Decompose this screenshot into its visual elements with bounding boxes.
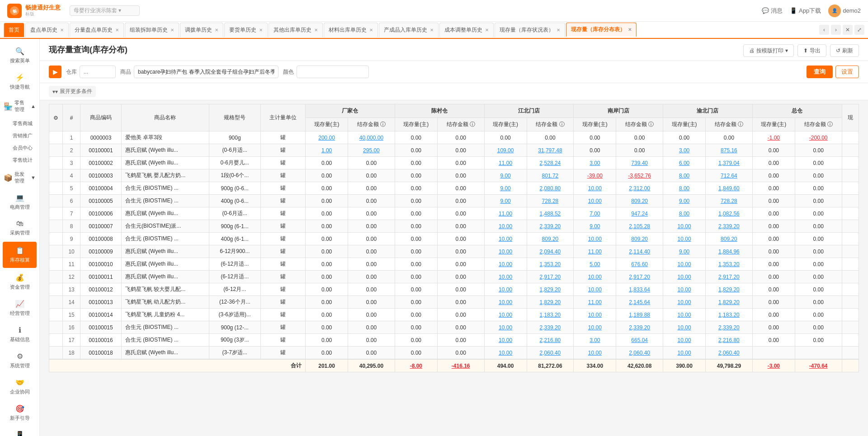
table-cell[interactable]: 10.00	[574, 283, 616, 296]
table-cell[interactable]: 惠氏启赋 (Wyeth illu...	[121, 157, 209, 169]
table-cell[interactable]: 2,917.20	[527, 271, 574, 283]
table-cell[interactable]: 惠氏启赋 (Wyeth illu...	[121, 258, 209, 271]
table-cell[interactable]: 2,060.40	[527, 347, 574, 360]
table-cell[interactable]: 飞鹤星飞帆 婴儿配方奶...	[121, 169, 209, 182]
table-cell[interactable]: 2,339.20	[527, 220, 574, 233]
table-cell[interactable]: 900g (6-1...	[209, 220, 260, 233]
app-download-btn[interactable]: 📱 App下载	[790, 7, 821, 15]
table-cell[interactable]: -1.00	[752, 131, 795, 144]
tab-order[interactable]: 要货单历史 ✕	[224, 23, 268, 37]
sidebar-item-basics[interactable]: ℹ 基础信息	[0, 321, 39, 347]
table-cell[interactable]: 2,114.40	[616, 245, 663, 258]
sidebar-item-wholesale[interactable]: 📦 批发管理 ▼	[0, 166, 39, 189]
table-cell[interactable]: 10.00	[484, 283, 527, 296]
user-avatar[interactable]: 👤 demo2	[828, 5, 861, 17]
table-cell[interactable]: 7.00	[574, 207, 616, 220]
query-btn[interactable]: 查询	[807, 66, 833, 78]
table-cell[interactable]: 665.04	[616, 334, 663, 347]
table-cell[interactable]: 10.00	[663, 233, 706, 245]
tab-home[interactable]: 首页	[4, 23, 24, 37]
table-cell[interactable]: 罐	[260, 169, 305, 182]
sidebar-item-retail[interactable]: 🏪 零售管理 ▲	[0, 95, 39, 117]
table-cell[interactable]: 合生元 (BIOSTIME) ...	[121, 182, 209, 195]
table-cell[interactable]: 10.00	[663, 283, 706, 296]
table-cell[interactable]: 罐	[260, 347, 305, 360]
table-cell[interactable]: 罐	[260, 334, 305, 347]
table-cell[interactable]: -3,652.76	[616, 169, 663, 182]
table-cell[interactable]: 5.00	[574, 258, 616, 271]
table-cell[interactable]: 惠氏启赋 (Wyeth illu...	[121, 245, 209, 258]
expand-more-btn[interactable]: ▾▾ 展开更多条件	[49, 86, 96, 97]
table-cell[interactable]: 10.00	[574, 271, 616, 283]
table-cell[interactable]: 2,216.80	[706, 334, 753, 347]
table-cell[interactable]: 947.24	[616, 207, 663, 220]
table-cell[interactable]: 676.60	[616, 258, 663, 271]
sidebar-item-retail-shop[interactable]: 零售商城	[5, 117, 39, 130]
table-cell[interactable]: 11.00	[484, 157, 527, 169]
color-input[interactable]	[297, 66, 369, 78]
table-cell[interactable]: 10.00	[663, 220, 706, 233]
close-icon[interactable]: ✕	[170, 28, 174, 33]
table-cell[interactable]: 10.00	[484, 321, 527, 334]
table-cell[interactable]: 10.00	[663, 309, 706, 321]
table-cell[interactable]: 2,339.20	[706, 321, 753, 334]
table-cell[interactable]: 10.00	[574, 233, 616, 245]
print-btn[interactable]: 🖨 按模版打印 ▾	[743, 44, 794, 57]
table-cell[interactable]: 10.00	[484, 233, 527, 245]
table-cell[interactable]: 2,145.64	[616, 296, 663, 309]
tab-stock-status[interactable]: 现存量（库存状况表） ✕	[495, 23, 565, 37]
table-cell[interactable]: 爱他美 卓萃3段	[121, 131, 209, 144]
table-cell[interactable]: 罐	[260, 283, 305, 296]
table-cell[interactable]: 900g	[209, 131, 260, 144]
table-cell[interactable]: 900g (12-...	[209, 321, 260, 334]
table-cell[interactable]: 6.00	[663, 157, 706, 169]
tab-split-inventory[interactable]: 分量盘点单历史 ✕	[70, 23, 124, 37]
table-cell[interactable]: 10.00	[484, 296, 527, 309]
table-cell[interactable]: 1,829.20	[706, 283, 753, 296]
sidebar-item-finance[interactable]: 💰 资金管理	[0, 269, 39, 295]
table-cell[interactable]: 4	[63, 169, 80, 182]
close-icon[interactable]: ✕	[628, 27, 632, 32]
sidebar-item-marketing[interactable]: 营销推广	[5, 130, 39, 142]
table-cell[interactable]: 00100002	[80, 157, 122, 169]
tab-cost-adjust[interactable]: 成本调整单历史 ✕	[439, 23, 494, 37]
tab-inventory-history[interactable]: 盘点单历史 ✕	[25, 23, 69, 37]
table-cell[interactable]: 7	[63, 207, 80, 220]
table-cell[interactable]: 1段(0-6个...	[209, 169, 260, 182]
table-cell[interactable]: 惠氏启赋 (Wyeth illu...	[121, 207, 209, 220]
table-cell[interactable]: 2,339.20	[527, 321, 574, 334]
table-cell[interactable]: 1.00	[306, 144, 348, 157]
table-cell[interactable]: 2,339.20	[616, 321, 663, 334]
table-cell[interactable]: 00100008	[80, 233, 122, 245]
table-cell[interactable]: (3-6岁适用)...	[209, 309, 260, 321]
table-cell[interactable]: 2,060.40	[616, 347, 663, 360]
table-cell[interactable]: 295.00	[348, 144, 395, 157]
table-cell[interactable]: 罐	[260, 195, 305, 207]
close-icon[interactable]: ✕	[215, 28, 218, 33]
table-cell[interactable]: 00100018	[80, 347, 122, 360]
nav-close[interactable]: ✕	[843, 25, 853, 35]
table-cell[interactable]: 900g (3岁...	[209, 334, 260, 347]
table-cell[interactable]: 809.20	[527, 233, 574, 245]
table-cell[interactable]: 8.00	[663, 182, 706, 195]
table-cell[interactable]: 2,312.00	[616, 182, 663, 195]
table-cell[interactable]: 10.00	[484, 347, 527, 360]
table-cell[interactable]: 罐	[260, 157, 305, 169]
table-cell[interactable]: 2,105.28	[616, 220, 663, 233]
table-cell[interactable]: 10.00	[484, 334, 527, 347]
table-cell[interactable]: 728.28	[527, 195, 574, 207]
table-cell[interactable]: 10	[63, 245, 80, 258]
sidebar-item-retail-stats[interactable]: 零售统计	[5, 154, 39, 166]
table-cell[interactable]: 合生元 (BIOSTIME) ...	[121, 334, 209, 347]
table-cell[interactable]: 2,917.20	[616, 271, 663, 283]
refresh-btn[interactable]: ↺ 刷新	[830, 44, 859, 57]
table-cell[interactable]: 11.00	[574, 245, 616, 258]
table-cell[interactable]: 809.20	[616, 195, 663, 207]
table-cell[interactable]: 罐	[260, 220, 305, 233]
table-cell[interactable]: 15	[63, 309, 80, 321]
table-cell[interactable]: 罐	[260, 309, 305, 321]
table-cell[interactable]: (6-12月适...	[209, 258, 260, 271]
table-cell[interactable]: 00100005	[80, 195, 122, 207]
table-cell[interactable]: 400g (0-6...	[209, 195, 260, 207]
close-icon[interactable]: ✕	[259, 28, 263, 33]
